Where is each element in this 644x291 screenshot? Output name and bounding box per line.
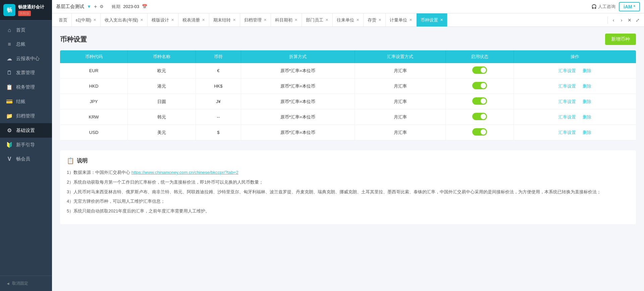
status-toggle[interactable] <box>472 66 487 74</box>
status-toggle[interactable] <box>472 128 487 136</box>
tab-next-btn[interactable]: › <box>618 16 625 24</box>
delete-link[interactable]: 删除 <box>583 68 591 73</box>
cell-code: KRW <box>60 109 128 125</box>
cell-status <box>446 94 514 109</box>
sidebar-item-ledger-label: 总账 <box>16 41 25 47</box>
tab-inventory-close[interactable]: ✕ <box>378 18 381 22</box>
cell-code: USD <box>60 125 128 140</box>
tab-clients[interactable]: 往来单位 ✕ <box>333 13 364 27</box>
sidebar-item-member[interactable]: V 畅会员 <box>0 152 52 166</box>
delete-link[interactable]: 删除 <box>583 114 591 119</box>
tab-subjects-close[interactable]: ✕ <box>294 18 298 22</box>
tab-archive-close[interactable]: ✕ <box>264 18 267 22</box>
tabbar: 首页 εζ(中期) ✕ 收入支出表(年报) ✕ 模版设计 ✕ 税表清册 ✕ 期末… <box>52 13 644 27</box>
account-btn[interactable]: iAM * <box>619 2 640 11</box>
table-row: EUR 欧元 € 原币*汇率=本位币 月汇率 汇率设置 删除 <box>60 63 636 79</box>
tab-home[interactable]: 首页 <box>55 13 72 27</box>
headset-icon: 🎧 <box>591 4 597 9</box>
sidebar-item-reports[interactable]: ☁ 云报表中心 <box>0 51 52 66</box>
status-toggle[interactable] <box>472 82 487 89</box>
sidebar: 畅 畅捷通好会计 旗舰版 ⌂ 首页 ≡ 总账 ☁ 云报表中心 🗒 发票管理 📋 … <box>0 0 52 291</box>
rate-setting-link[interactable]: 汇率设置 <box>558 68 576 73</box>
sidebar-item-home-label: 首页 <box>16 27 25 33</box>
tab-unit-close[interactable]: ✕ <box>409 18 412 22</box>
cell-name: 日圆 <box>128 94 196 109</box>
tab-inventory[interactable]: 存货 ✕ <box>364 13 386 27</box>
tab-income[interactable]: 收入支出表(年报) ✕ <box>101 13 148 27</box>
tab-period-end[interactable]: 期末结转 ✕ <box>209 13 240 27</box>
cell-symbol: HK$ <box>196 79 241 94</box>
col-status: 启用状态 <box>446 50 514 63</box>
tab-period[interactable]: εζ(中期) ✕ <box>72 13 101 27</box>
tab-prev-btn[interactable]: ‹ <box>610 16 617 24</box>
sidebar-item-guide[interactable]: 🔰 新手引导 <box>0 138 52 152</box>
tab-template-close[interactable]: ✕ <box>171 18 174 22</box>
tab-period-close[interactable]: ✕ <box>93 18 96 22</box>
cell-code: EUR <box>60 63 128 79</box>
tab-clients-close[interactable]: ✕ <box>356 18 359 22</box>
sidebar-item-archive[interactable]: 📁 归档管理 <box>0 109 52 123</box>
rate-setting-link[interactable]: 汇率设置 <box>558 130 576 135</box>
cell-status <box>446 109 514 125</box>
tab-template[interactable]: 模版设计 ✕ <box>148 13 178 27</box>
col-actions: 操作 <box>514 50 636 63</box>
tab-subjects[interactable]: 科目期初 ✕ <box>271 13 302 27</box>
notes-link[interactable]: https://www.chinamoney.com.cn/chinese/bk… <box>131 170 238 175</box>
tab-unit[interactable]: 计量单位 ✕ <box>386 13 417 27</box>
dropdown-icon[interactable]: ▼ <box>87 4 91 9</box>
tab-currency-close[interactable]: ✕ <box>440 18 443 22</box>
notes-header: 📋 说明 <box>67 157 629 164</box>
delete-link[interactable]: 删除 <box>583 130 591 135</box>
rate-setting-link[interactable]: 汇率设置 <box>558 84 576 89</box>
cell-rate-type: 月汇率 <box>355 94 446 109</box>
tab-tax-close[interactable]: ✕ <box>202 18 205 22</box>
rate-setting-link[interactable]: 汇率设置 <box>558 114 576 119</box>
sidebar-item-tax-label: 税务管理 <box>16 84 35 90</box>
currency-table: 币种代码 币种名称 币符 折算方式 汇率设置方式 启用状态 操作 EUR 欧元 … <box>60 50 636 140</box>
note-1: 1）数据来源：中国外汇交易中心 https://www.chinamoney.c… <box>67 169 629 176</box>
sidebar-item-settings[interactable]: ⚙ 基础设置 <box>0 123 52 138</box>
delete-link[interactable]: 删除 <box>583 84 591 89</box>
calendar-icon[interactable]: 📅 <box>142 4 147 9</box>
status-toggle[interactable] <box>472 97 487 105</box>
tab-unit-label: 计量单位 <box>390 17 407 23</box>
sidebar-item-settle-label: 结账 <box>16 99 25 105</box>
service-btn[interactable]: 🎧 人工咨询 <box>591 4 615 10</box>
tab-expand-btn[interactable]: ⤢ <box>634 16 641 24</box>
sidebar-item-invoice[interactable]: 🗒 发票管理 <box>0 66 52 80</box>
tab-dept[interactable]: 部门员工 ✕ <box>302 13 333 27</box>
rate-setting-link[interactable]: 汇率设置 <box>558 99 576 104</box>
table-row: HKD 港元 HK$ 原币*汇率=本位币 月汇率 汇率设置 删除 <box>60 79 636 94</box>
tab-currency[interactable]: 币种设置 ✕ <box>417 13 447 27</box>
member-icon: V <box>6 156 13 162</box>
topbar-right: 🎧 人工咨询 iAM * <box>591 2 640 11</box>
sidebar-item-settle[interactable]: 💳 结账 <box>0 94 52 109</box>
notes-section: 📋 说明 1）数据来源：中国外汇交易中心 https://www.chinamo… <box>60 150 636 224</box>
home-icon: ⌂ <box>6 27 13 33</box>
settings-btn[interactable]: ⚙ <box>100 4 104 9</box>
sidebar-item-archive-label: 归档管理 <box>16 113 35 119</box>
add-company-btn[interactable]: + <box>94 4 97 10</box>
tab-tax[interactable]: 税表清册 ✕ <box>178 13 209 27</box>
main-area: 基层工会测试 ▼ + ⚙ 账期 2023-03 📅 🎧 人工咨询 iAM * 首… <box>52 0 644 291</box>
sidebar-item-tax[interactable]: 📋 税务管理 <box>0 80 52 94</box>
cell-symbol: -- <box>196 109 241 125</box>
tab-income-close[interactable]: ✕ <box>140 18 143 22</box>
col-method: 折算方式 <box>241 50 355 63</box>
delete-link[interactable]: 删除 <box>583 99 591 104</box>
tab-close-all-btn[interactable]: ✕ <box>626 16 633 24</box>
new-currency-btn[interactable]: 新增币种 <box>605 34 636 45</box>
sidebar-item-ledger[interactable]: ≡ 总账 <box>0 37 52 51</box>
cell-rate-type: 月汇率 <box>355 79 446 94</box>
status-toggle[interactable] <box>472 113 487 120</box>
sidebar-item-home[interactable]: ⌂ 首页 <box>0 23 52 37</box>
arrow-icon: ◄ <box>6 281 10 286</box>
tab-tax-label: 税表清册 <box>182 17 200 23</box>
sidebar-pin-toggle[interactable]: ◄ 取消固定 <box>0 276 52 291</box>
tab-period-end-close[interactable]: ✕ <box>233 18 236 22</box>
sidebar-item-invoice-label: 发票管理 <box>16 70 35 76</box>
cell-symbol: J¥ <box>196 94 241 109</box>
tab-archive[interactable]: 归档管理 ✕ <box>240 13 271 27</box>
tab-dept-close[interactable]: ✕ <box>325 18 328 22</box>
cell-name: 美元 <box>128 125 196 140</box>
